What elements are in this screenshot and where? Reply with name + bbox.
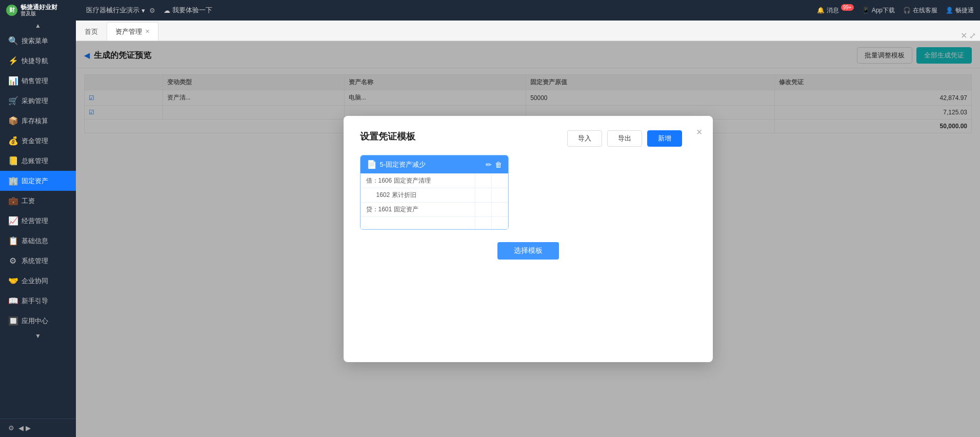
sidebar-item-search[interactable]: 🔍 搜索菜单 [0, 31, 76, 51]
sidebar-item-operations[interactable]: 📈 经营管理 [0, 211, 76, 231]
app-download-button[interactable]: 📱 App下载 [862, 6, 895, 15]
chart-icon: 📊 [8, 76, 17, 86]
gear-icon: ⚙ [8, 256, 17, 266]
sidebar-item-sales[interactable]: 📊 销售管理 [0, 71, 76, 91]
template-empty-row-1 [361, 217, 508, 229]
payroll-icon: 💼 [8, 196, 17, 206]
template-card: 📄 5-固定资产减少 ✏ 🗑 借：1606 固定资产清理 [360, 155, 509, 230]
logo-main: 畅捷通好业财 [21, 4, 57, 11]
new-template-button[interactable]: 新增 [647, 130, 682, 147]
top-header: 财 畅捷通好业财 普及版 医疗器械行业演示 ▾ ⚙ ☁ 我要体验一下 🔔 消息 … [0, 0, 980, 21]
logo-sub: 普及版 [21, 11, 57, 17]
building-icon: 🏢 [8, 176, 17, 186]
template-card-icon: 📄 [367, 160, 377, 169]
sidebar-item-fixed-assets[interactable]: 🏢 固定资产 [0, 171, 76, 191]
sidebar-scroll-up[interactable]: ▲ [0, 21, 76, 31]
book-icon: 📖 [8, 296, 17, 306]
modal-dialog: 设置凭证模板 导入 导出 新增 × 📄 5-固定资产减少 ✏ [344, 116, 713, 362]
box-icon: 📦 [8, 116, 17, 126]
notification-badge: 99+ [841, 4, 854, 11]
online-service-button[interactable]: 🎧 在线客服 [903, 6, 937, 15]
notification-icon: 🔔 [817, 7, 825, 14]
template-edit-button[interactable]: ✏ [486, 161, 492, 169]
sidebar-item-ledger[interactable]: 📒 总账管理 [0, 151, 76, 171]
settings-icon[interactable]: ⚙ [149, 7, 155, 14]
tab-home[interactable]: 首页 [76, 22, 107, 41]
lightning-icon: ⚡ [8, 56, 17, 66]
sidebar-item-payroll[interactable]: 💼 工资 [0, 191, 76, 211]
template-debit-row-2: 1602 累计折旧 [361, 188, 508, 203]
tab-close-icon[interactable]: ✕ [145, 28, 150, 35]
sidebar-item-finance[interactable]: 💰 资金管理 [0, 131, 76, 151]
sidebar: ▲ 🔍 搜索菜单 ⚡ 快捷导航 📊 销售管理 🛒 采购管理 📦 库存核算 💰 资… [0, 21, 76, 437]
money-icon: 💰 [8, 136, 17, 146]
template-card-title: 5-固定资产减少 [380, 160, 483, 169]
user-icon: 👤 [946, 7, 953, 14]
modal-title: 设置凭证模板 [360, 130, 415, 143]
main-content: 首页 资产管理 ✕ ✕ ⤢ ◀ 生成的凭证预览 批量调整模板 全部生成凭证 [76, 21, 980, 437]
trending-icon: 📈 [8, 216, 17, 226]
cloud-icon: ☁ [164, 7, 170, 14]
template-debit-row-1: 借：1606 固定资产清理 [361, 174, 508, 188]
modal-toolbar: 导入 导出 新增 [567, 130, 682, 147]
modal-close-button[interactable]: × [696, 126, 703, 138]
template-table: 借：1606 固定资产清理 1602 累计折旧 [361, 173, 508, 229]
select-template-button[interactable]: 选择模板 [497, 242, 559, 260]
template-card-actions: ✏ 🗑 [486, 161, 502, 169]
download-icon: 📱 [862, 7, 870, 14]
header-right-icons: 🔔 消息 99+ 📱 App下载 🎧 在线客服 👤 畅捷通 [817, 6, 974, 15]
sidebar-item-guide[interactable]: 📖 新手引导 [0, 291, 76, 311]
import-button[interactable]: 导入 [567, 130, 602, 147]
sidebar-item-purchase[interactable]: 🛒 采购管理 [0, 91, 76, 111]
sidebar-scroll-down[interactable]: ▼ [0, 331, 76, 341]
template-delete-button[interactable]: 🗑 [495, 161, 502, 169]
grid-icon: 🔲 [8, 316, 17, 326]
template-card-header: 📄 5-固定资产减少 ✏ 🗑 [361, 155, 508, 173]
logo-icon: 财 [6, 5, 17, 16]
template-credit-row-1: 贷：1601 固定资产 [361, 203, 508, 217]
search-icon: 🔍 [8, 36, 17, 46]
handshake-icon: 🤝 [8, 276, 17, 286]
sidebar-item-enterprise[interactable]: 🤝 企业协同 [0, 271, 76, 291]
sidebar-item-inventory[interactable]: 📦 库存核算 [0, 111, 76, 131]
headset-icon: 🎧 [903, 7, 911, 14]
app-logo: 财 畅捷通好业财 普及版 [6, 4, 82, 17]
template-card-body: 借：1606 固定资产清理 1602 累计折旧 [361, 173, 508, 229]
chevron-down-icon: ▾ [142, 7, 145, 14]
modal-overlay: 设置凭证模板 导入 导出 新增 × 📄 5-固定资产减少 ✏ [76, 41, 980, 437]
info-icon: 📋 [8, 236, 17, 246]
tab-asset-mgmt[interactable]: 资产管理 ✕ [107, 22, 158, 41]
tab-bar: 首页 资产管理 ✕ ✕ ⤢ [76, 21, 980, 41]
user-menu-button[interactable]: 👤 畅捷通 [946, 6, 974, 15]
export-button[interactable]: 导出 [607, 130, 642, 147]
trial-button[interactable]: ☁ 我要体验一下 [164, 6, 212, 15]
sidebar-item-basic-info[interactable]: 📋 基础信息 [0, 231, 76, 251]
company-name: 医疗器械行业演示 [86, 6, 139, 15]
company-selector[interactable]: 医疗器械行业演示 ▾ [86, 6, 145, 15]
settings-bottom-icon[interactable]: ⚙ [8, 424, 14, 432]
cart-icon: 🛒 [8, 96, 17, 106]
window-close-button[interactable]: ✕ [961, 31, 967, 41]
sidebar-item-system[interactable]: ⚙ 系统管理 [0, 251, 76, 271]
collapse-icon[interactable]: ◀ ▶ [18, 424, 31, 432]
page-area: ◀ 生成的凭证预览 批量调整模板 全部生成凭证 变动类型 资产名称 固定资产原 [76, 41, 980, 437]
sidebar-bottom: ⚙ ◀ ▶ [0, 419, 76, 437]
window-expand-button[interactable]: ⤢ [969, 31, 976, 41]
sidebar-item-quick-nav[interactable]: ⚡ 快捷导航 [0, 51, 76, 71]
notifications-button[interactable]: 🔔 消息 99+ [817, 6, 854, 15]
sidebar-item-app-center[interactable]: 🔲 应用中心 [0, 311, 76, 331]
ledger-icon: 📒 [8, 156, 17, 166]
